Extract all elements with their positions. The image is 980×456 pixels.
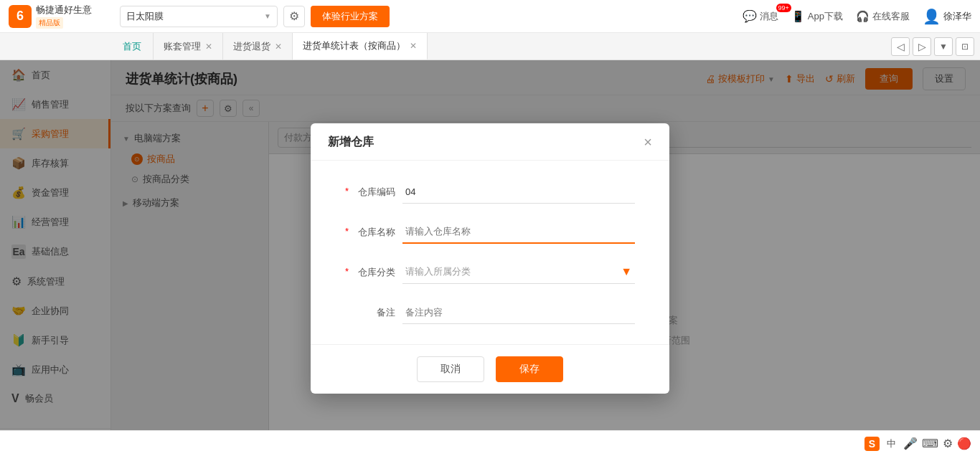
messages-label: 消息 [760, 10, 778, 23]
form-row-code: * 仓库编码 [345, 181, 635, 204]
bottom-settings-btn[interactable]: ⚙ [943, 437, 953, 450]
modal-footer: 取消 保存 [311, 344, 669, 394]
save-button[interactable]: 保存 [496, 356, 563, 382]
tab-home-label: 首页 [123, 40, 141, 53]
tab-purchase-return-close-icon[interactable]: ✕ [275, 42, 282, 52]
messages-btn[interactable]: 💬 消息 99+ [743, 9, 778, 23]
category-placeholder: 请输入所属分类 [405, 265, 621, 278]
trial-button[interactable]: 体验行业方案 [311, 6, 390, 27]
main-body: 🏠 首页 📈 销售管理 🛒 采购管理 📦 库存核算 💰 资金管理 📊 经营管理 … [0, 60, 980, 456]
header-right: 💬 消息 99+ 📱 App下载 🎧 在线客服 👤 徐泽华 [743, 8, 971, 25]
bottom-settings-icon: ⚙ [943, 437, 953, 450]
remark-input[interactable] [402, 301, 635, 324]
modal-title: 新增仓库 [328, 135, 374, 150]
headset-icon: 🎧 [856, 10, 870, 23]
user-name: 徐泽华 [943, 10, 971, 23]
avatar-icon: 👤 [923, 8, 941, 25]
tab-accounts[interactable]: 账套管理 ✕ [154, 33, 223, 60]
tab-bar: 首页 账套管理 ✕ 进货退货 ✕ 进货单统计表（按商品） ✕ ◁ ▷ ▼ ⊡ [0, 33, 980, 60]
tab-end-buttons: ◁ ▷ ▼ ⊡ [891, 37, 980, 56]
tab-nav-down-btn[interactable]: ▼ [934, 37, 953, 56]
tab-purchase-return[interactable]: 进货退货 ✕ [223, 33, 293, 60]
search-value: 日太阳膜 [126, 10, 264, 23]
logo-title: 畅捷通好生意 [36, 4, 92, 16]
search-box[interactable]: 日太阳膜 ▼ [120, 6, 278, 27]
modal-body: * 仓库编码 * 仓库名称 * 仓库 [311, 161, 669, 344]
gear-icon: ⚙ [289, 9, 299, 23]
message-icon: 💬 [743, 9, 757, 23]
mic-icon: 🎤 [903, 437, 918, 450]
bottom-bar: S 中 🎤 ⌨ ⚙ 🔴 [0, 430, 980, 456]
logo-subtitle: 精品版 [36, 17, 63, 29]
remark-label: 备注 [345, 306, 402, 319]
app-download-btn[interactable]: 📱 App下载 [791, 10, 843, 23]
form-row-category: * 仓库分类 请输入所属分类 ▼ [345, 261, 635, 284]
name-input[interactable] [402, 221, 635, 244]
s-label: S [869, 438, 875, 450]
category-arrow-icon: ▼ [621, 265, 632, 278]
tab-purchase-return-label: 进货退货 [233, 40, 270, 53]
modal-header: 新增仓库 × [311, 123, 669, 161]
zh-label: 中 [887, 438, 896, 449]
logo-area: 6 畅捷通好生意 精品版 [9, 4, 120, 29]
logo-icon: 6 [9, 5, 32, 28]
tab-nav-right-btn[interactable]: ▷ [913, 37, 931, 56]
search-arrow-icon: ▼ [264, 12, 271, 20]
flag-icon: 🔴 [957, 437, 971, 450]
tab-accounts-close-icon[interactable]: ✕ [205, 42, 212, 52]
tab-active-close-icon[interactable]: ✕ [410, 41, 417, 51]
gear-button[interactable]: ⚙ [283, 6, 305, 27]
keyboard-icon: ⌨ [922, 437, 938, 450]
modal-dialog: 新增仓库 × * 仓库编码 * 仓库名称 [311, 123, 669, 394]
app-label: App下载 [808, 10, 843, 23]
code-input[interactable] [402, 181, 635, 204]
tab-active-label: 进货单统计表（按商品） [303, 39, 405, 52]
search-area: 日太阳膜 ▼ ⚙ 体验行业方案 [120, 6, 390, 27]
tab-active[interactable]: 进货单统计表（按商品） ✕ [293, 33, 428, 60]
app-icon: 📱 [791, 10, 805, 23]
flag-btn[interactable]: 🔴 [957, 437, 971, 450]
zh-btn[interactable]: 中 [884, 436, 899, 452]
keyboard-btn[interactable]: ⌨ [922, 437, 938, 450]
tab-accounts-label: 账套管理 [164, 40, 201, 53]
form-row-name: * 仓库名称 [345, 221, 635, 244]
tab-nav-left-btn[interactable]: ◁ [891, 37, 910, 56]
top-header: 6 畅捷通好生意 精品版 日太阳膜 ▼ ⚙ 体验行业方案 💬 消息 99+ 📱 … [0, 0, 980, 33]
modal-overlay: 新增仓库 × * 仓库编码 * 仓库名称 [0, 60, 980, 456]
code-label: * 仓库编码 [345, 186, 402, 199]
tab-home[interactable]: 首页 [111, 33, 154, 60]
name-label: * 仓库名称 [345, 226, 402, 239]
category-label: * 仓库分类 [345, 266, 402, 279]
s-logo-btn[interactable]: S [864, 437, 880, 451]
cancel-button[interactable]: 取消 [417, 356, 484, 382]
service-btn[interactable]: 🎧 在线客服 [856, 10, 910, 23]
mic-btn[interactable]: 🎤 [903, 437, 918, 450]
messages-badge: 99+ [776, 4, 791, 12]
modal-close-button[interactable]: × [644, 135, 652, 149]
user-area[interactable]: 👤 徐泽华 [923, 8, 971, 25]
category-select[interactable]: 请输入所属分类 ▼ [402, 261, 635, 284]
service-label: 在线客服 [872, 10, 910, 23]
form-row-remark: 备注 [345, 301, 635, 324]
tab-maximize-btn[interactable]: ⊡ [956, 37, 974, 56]
